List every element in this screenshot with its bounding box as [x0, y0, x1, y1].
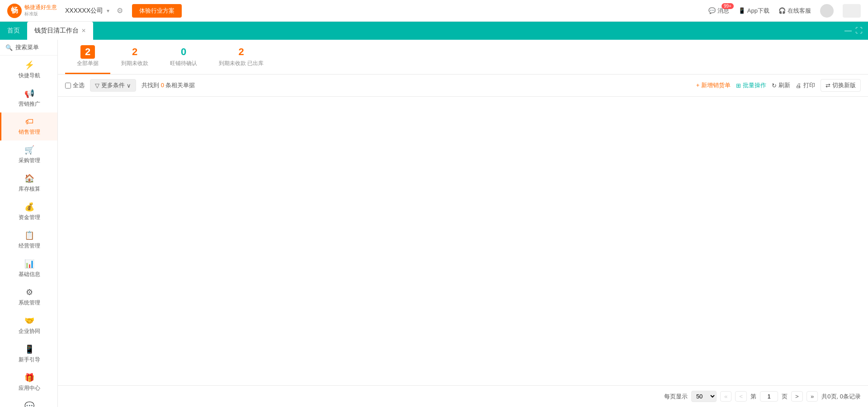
pagination-bar: 每页显示 50 100 200 « < 第 页 > » 共0页, 0条记录 [58, 385, 868, 407]
app-download-icon: 📱 [738, 7, 745, 14]
page-size-select[interactable]: 50 100 200 [691, 391, 717, 402]
sales-icon: 🏷 [25, 117, 33, 126]
filter-icon: ▽ [95, 82, 99, 89]
enterprise-icon: 🤝 [24, 316, 34, 326]
sidebar-item-label: 销售管理 [19, 128, 40, 136]
inventory-icon: 🏠 [24, 173, 34, 183]
sidebar-item-system[interactable]: ⚙ 系统管理 [0, 283, 57, 311]
sidebar-item-label: 新手引导 [19, 356, 40, 364]
select-all-label[interactable]: 全选 [65, 81, 85, 89]
batch-label: 批量操作 [743, 81, 766, 89]
headset-icon: 🎧 [778, 7, 786, 14]
logo-sub: 标准版 [24, 11, 57, 17]
wechat-icon: 💬 [24, 401, 34, 407]
main-layout: 🔍 搜索菜单 ⚡ 快捷导航 📢 营销推广 🏷 销售管理 🛒 采购管理 🏠 库存核… [0, 40, 868, 407]
stat-number-all: 2 [80, 45, 95, 59]
page-input[interactable] [760, 391, 778, 402]
message-icon: 💬 [708, 7, 716, 14]
trial-button[interactable]: 体验行业方案 [132, 4, 182, 18]
system-icon: ⚙ [26, 287, 33, 297]
app-download-item[interactable]: 📱 App下载 [738, 7, 769, 15]
last-page-button[interactable]: » [807, 391, 818, 402]
online-service-label: 在线客服 [788, 7, 811, 15]
found-text: 共找到 0 条相关单据 [142, 81, 195, 89]
top-bar: 畅 畅捷通好生意 标准版 XXXXXX公司 ▾ ⚙ 体验行业方案 💬 消息 99… [0, 0, 868, 22]
sidebar-item-label: 系统管理 [19, 299, 40, 307]
print-button[interactable]: 🖨 打印 [796, 81, 815, 89]
sidebar-item-label: 快捷导航 [19, 72, 40, 80]
tab-home[interactable]: 首页 [0, 22, 27, 40]
sidebar-item-label: 资金管理 [19, 214, 40, 221]
company-dropdown-arrow[interactable]: ▾ [107, 8, 109, 14]
found-count: 0 [161, 82, 164, 89]
top-bar-right: 💬 消息 99+ 📱 App下载 🎧 在线客服 [708, 4, 861, 18]
switch-version-button[interactable]: ⇄ 切换新版 [821, 79, 861, 92]
tab-home-label: 首页 [7, 27, 20, 35]
finance-icon: 💰 [24, 202, 34, 212]
user-name-area[interactable] [843, 4, 861, 18]
filter-label: 更多条件 [101, 81, 125, 89]
basic-info-icon: 📊 [24, 259, 34, 269]
stat-label-wangpu: 旺铺待确认 [170, 60, 197, 67]
sidebar-item-wechat[interactable]: 💬 企业微信 [0, 397, 57, 407]
sidebar-item-label: 经营管理 [19, 242, 40, 250]
filter-chevron-icon: ∨ [127, 82, 131, 89]
stat-tab-overdue-out[interactable]: 2 到期未收款 已出库 [208, 40, 274, 74]
page-label: 第 [750, 393, 756, 401]
found-suffix: 条相关单据 [165, 82, 195, 89]
stat-tab-wangpu[interactable]: 0 旺铺待确认 [159, 40, 208, 74]
tab-workbench-label: 钱货日清工作台 [34, 27, 79, 35]
prev-page-button[interactable]: < [735, 391, 747, 402]
guide-icon: 📱 [24, 344, 34, 354]
tab-close-icon[interactable]: ✕ [81, 28, 86, 34]
refresh-icon: ↻ [772, 82, 777, 89]
sidebar-item-purchase[interactable]: 🛒 采购管理 [0, 140, 57, 169]
refresh-button[interactable]: ↻ 刷新 [772, 81, 790, 89]
print-label: 打印 [803, 81, 815, 89]
sidebar-item-quick-nav[interactable]: ⚡ 快捷导航 [0, 56, 57, 84]
online-service-item[interactable]: 🎧 在线客服 [778, 7, 811, 15]
marketing-icon: 📢 [24, 89, 34, 98]
select-all-text: 全选 [73, 81, 85, 89]
print-icon: 🖨 [796, 82, 802, 89]
sidebar-item-label: 应用中心 [19, 384, 40, 392]
sidebar-item-label: 营销推广 [19, 100, 40, 108]
tab-workbench[interactable]: 钱货日清工作台 ✕ [27, 22, 93, 40]
sidebar-item-sales[interactable]: 🏷 销售管理 [0, 112, 57, 140]
sidebar-item-guide[interactable]: 📱 新手引导 [0, 340, 57, 368]
stat-tab-overdue[interactable]: 2 到期未收款 [110, 40, 159, 74]
sidebar-item-marketing[interactable]: 📢 营销推广 [0, 84, 57, 112]
batch-op-button[interactable]: ⊞ 批量操作 [736, 81, 766, 89]
refresh-label: 刷新 [778, 81, 790, 89]
stat-number-overdue-out: 2 [234, 45, 249, 59]
settings-icon[interactable]: ⚙ [117, 6, 123, 15]
sidebar-item-label: 企业协同 [19, 327, 40, 335]
sidebar-item-label: 库存核算 [19, 185, 40, 193]
avatar[interactable] [820, 4, 834, 18]
stat-number-wangpu: 0 [176, 45, 191, 59]
logo-name: 畅捷通好生意 [24, 4, 57, 11]
sidebar-item-operations[interactable]: 📋 经营管理 [0, 226, 57, 254]
company-name[interactable]: XXXXXX公司 [65, 7, 103, 15]
sidebar-item-finance[interactable]: 💰 资金管理 [0, 197, 57, 226]
first-page-button[interactable]: « [720, 391, 731, 402]
next-page-button[interactable]: > [791, 391, 803, 402]
stat-label-overdue: 到期未收款 [121, 60, 148, 67]
sidebar-item-app-center[interactable]: 🎁 应用中心 [0, 368, 57, 397]
app-download-label: App下载 [747, 7, 769, 15]
filter-button[interactable]: ▽ 更多条件 ∨ [90, 79, 136, 92]
sidebar-item-inventory[interactable]: 🏠 库存核算 [0, 169, 57, 197]
tab-minimize-icon[interactable]: — [844, 27, 852, 35]
select-all-checkbox[interactable] [65, 83, 71, 89]
sidebar-search[interactable]: 🔍 搜索菜单 [0, 40, 57, 56]
message-item[interactable]: 💬 消息 99+ [708, 7, 729, 15]
stats-tabs: 2 全部单据 2 到期未收款 0 旺铺待确认 2 到期未收款 已出库 [58, 40, 868, 75]
tab-maximize-icon[interactable]: ⛶ [855, 27, 863, 35]
toolbar: 全选 ▽ 更多条件 ∨ 共找到 0 条相关单据 + 新增销货单 ⊞ 批量操作 ↻ [58, 75, 868, 97]
sidebar-item-enterprise[interactable]: 🤝 企业协同 [0, 311, 57, 340]
add-order-button[interactable]: + 新增销货单 [696, 81, 731, 89]
sidebar-item-basic-info[interactable]: 📊 基础信息 [0, 254, 57, 283]
switch-label: 切换新版 [832, 81, 856, 89]
stat-tab-all[interactable]: 2 全部单据 [65, 40, 110, 74]
sidebar: 🔍 搜索菜单 ⚡ 快捷导航 📢 营销推广 🏷 销售管理 🛒 采购管理 🏠 库存核… [0, 40, 58, 407]
